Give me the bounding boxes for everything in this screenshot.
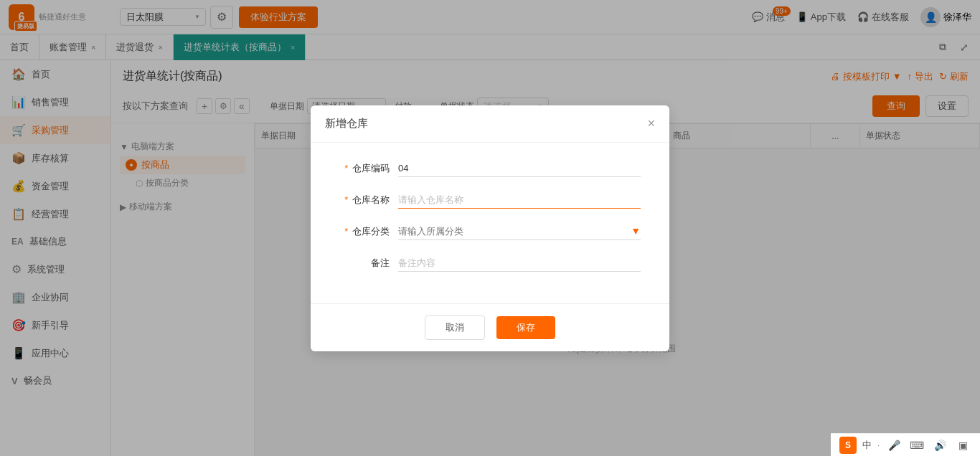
modal-close-btn[interactable]: × (647, 117, 655, 130)
name-input[interactable] (398, 191, 641, 209)
category-select-wrap[interactable]: ▼ (398, 223, 641, 240)
remark-label: 备注 (339, 257, 390, 270)
name-label: 仓库名称 (339, 194, 390, 206)
form-row-code: 仓库编码 (339, 160, 641, 177)
category-input[interactable] (398, 223, 641, 239)
cancel-button[interactable]: 取消 (425, 315, 485, 340)
code-input[interactable] (398, 160, 641, 177)
bottom-bar: S 中 · 🎤 ⌨ 🔊 ▣ (831, 433, 980, 456)
form-row-remark: 备注 (339, 255, 641, 272)
display-icon[interactable]: ▣ (954, 437, 971, 454)
modal-title: 新增仓库 (325, 117, 368, 130)
save-button[interactable]: 保存 (496, 316, 555, 339)
keyboard-icon[interactable]: ⌨ (908, 437, 925, 454)
form-row-category: 仓库分类 ▼ (339, 223, 641, 240)
modal-body: 仓库编码 仓库名称 仓库分类 ▼ (311, 143, 669, 303)
dot-separator: · (877, 441, 880, 450)
modal-footer: 取消 保存 (311, 303, 669, 351)
bottom-logo: S (839, 437, 857, 454)
new-warehouse-modal: 新增仓库 × 仓库编码 仓库名称 仓库分类 (311, 105, 669, 351)
code-label: 仓库编码 (339, 162, 390, 175)
category-dropdown-icon: ▼ (631, 225, 641, 237)
mic-icon[interactable]: 🎤 (885, 437, 903, 454)
ime-chinese: 中 (862, 439, 872, 452)
modal-header: 新增仓库 × (311, 105, 669, 143)
form-row-name: 仓库名称 (339, 191, 641, 209)
remark-input[interactable] (398, 255, 641, 272)
category-label: 仓库分类 (339, 225, 390, 238)
modal-overlay[interactable]: 新增仓库 × 仓库编码 仓库名称 仓库分类 (0, 0, 980, 456)
speaker-icon[interactable]: 🔊 (931, 437, 948, 454)
